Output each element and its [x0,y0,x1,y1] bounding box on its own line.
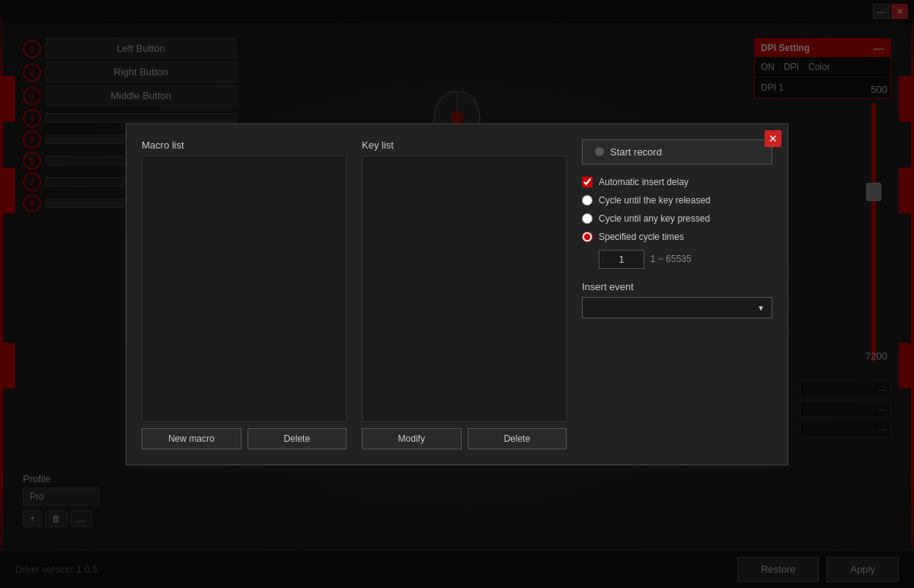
start-record-button[interactable]: Start record [582,139,772,165]
main-window: — ✕ 1 Left Button 2 Right Button 3 Middl… [0,0,914,588]
specified-cycle-label: Specified cycle times [599,232,684,242]
start-record-label: Start record [610,146,662,158]
key-delete-button[interactable]: Delete [468,428,567,449]
macro-dialog: ✕ Macro list New macro Delete Key list [126,123,788,465]
macro-list-label: Macro list [142,139,347,151]
macro-options-section: Start record Automatic insert delay Cycl… [582,139,772,449]
key-list-box [362,155,567,422]
auto-insert-delay-row: Automatic insert delay [582,177,772,187]
modify-button[interactable]: Modify [362,428,462,449]
cycle-range-text: 1 ~ 65535 [650,254,692,264]
new-macro-button[interactable]: New macro [142,428,241,449]
auto-insert-delay-label: Automatic insert delay [599,177,689,187]
cycle-any-key-label: Cycle until any key pressed [599,213,710,224]
cycle-key-released-radio[interactable] [582,195,593,206]
specified-cycle-row: Specified cycle times [582,232,772,242]
key-list-section: Key list Modify Delete [362,139,567,449]
cycle-times-row: 1 ~ 65535 [582,250,772,269]
auto-insert-delay-checkbox[interactable] [582,177,593,187]
specified-cycle-radio[interactable] [582,232,593,242]
macro-delete-button[interactable]: Delete [248,428,347,449]
macro-list-box [142,155,347,422]
cycle-key-released-row: Cycle until the key released [582,195,772,206]
macro-list-section: Macro list New macro Delete [142,139,347,449]
cycle-any-key-radio[interactable] [582,213,593,224]
key-list-label: Key list [362,139,567,151]
macro-dialog-close-button[interactable]: ✕ [765,130,781,147]
insert-event-label: Insert event [582,281,772,292]
cycle-key-released-label: Cycle until the key released [599,195,711,206]
insert-event-select[interactable] [582,297,772,318]
record-dot-icon [595,147,604,156]
cycle-times-input[interactable] [599,250,644,269]
cycle-any-key-row: Cycle until any key pressed [582,213,772,224]
macro-dialog-body: Macro list New macro Delete Key list Mod… [142,139,772,449]
key-list-actions: Modify Delete [362,428,567,449]
macro-list-actions: New macro Delete [142,428,347,449]
insert-event-wrapper: ▼ [582,297,772,318]
modal-overlay: ✕ Macro list New macro Delete Key list [0,0,914,588]
